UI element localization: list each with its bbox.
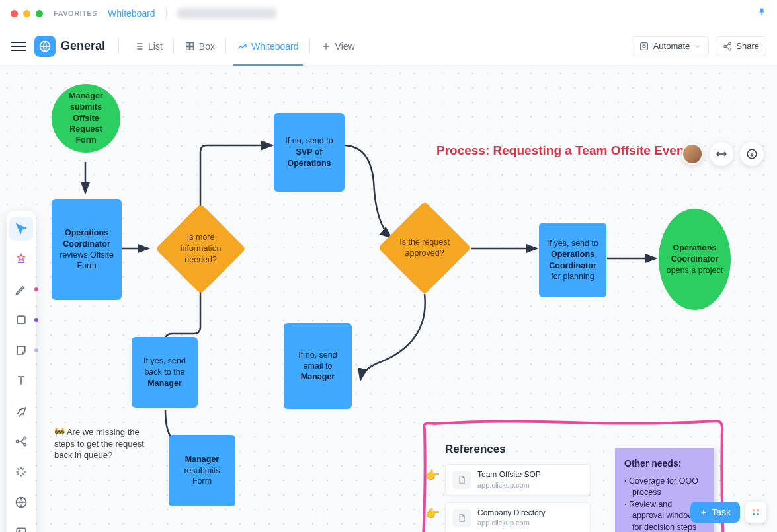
svg-point-21	[757, 513, 759, 515]
svg-point-19	[757, 509, 759, 511]
svg-point-5	[643, 45, 645, 48]
node-send-back[interactable]: If yes, send back to the Manager	[132, 337, 198, 408]
minimize-window-icon[interactable]	[23, 10, 30, 17]
svg-point-9	[729, 48, 731, 50]
tab-list[interactable]: List	[124, 26, 172, 66]
node-email-no[interactable]: If no, send email to Manager	[284, 323, 352, 409]
pen-tool[interactable]	[9, 278, 33, 301]
space-title[interactable]: General	[61, 39, 105, 53]
sticky-item: Coverage for OOO process	[632, 476, 705, 499]
tab-add-view[interactable]: View	[311, 26, 364, 66]
automate-label: Automate	[653, 41, 690, 51]
favorites-label: FAVORITES	[54, 9, 97, 17]
svg-rect-15	[17, 528, 25, 532]
references-heading: References	[445, 443, 591, 456]
whiteboard-canvas[interactable]: Process: Requesting a Team Offsite Event…	[0, 66, 777, 532]
reference-card[interactable]: Team Offsite SOPapp.clickup.com	[445, 464, 591, 496]
window-chrome: FAVORITES Whiteboard	[0, 0, 777, 26]
web-embed-tool[interactable]	[9, 490, 33, 514]
reference-card[interactable]: Company Directoryapp.clickup.com	[445, 502, 591, 532]
svg-rect-3	[186, 46, 190, 50]
node-opens-project[interactable]: Operations Coordinator opens a project	[659, 209, 731, 310]
main-toolbar: General List Box Whiteboard View Automat…	[0, 26, 777, 66]
node-to-ops[interactable]: If yes, send to Operations Coordinator f…	[539, 223, 606, 297]
svg-point-20	[753, 513, 755, 515]
favorite-whiteboard-link[interactable]: Whiteboard	[108, 8, 155, 19]
doc-icon	[452, 509, 471, 527]
node-start[interactable]: Manager submits Offsite Request Form	[52, 84, 120, 153]
references-panel: References 👉 Team Offsite SOPapp.clickup…	[445, 443, 591, 532]
svg-rect-1	[186, 42, 190, 46]
svg-rect-6	[640, 42, 647, 50]
svg-point-13	[24, 443, 26, 445]
tool-rail	[7, 211, 36, 532]
share-icon	[723, 42, 732, 51]
apps-button[interactable]	[745, 502, 766, 523]
process-title[interactable]: Process: Requesting a Team Offsite Event	[436, 143, 688, 158]
tab-label: Box	[199, 41, 215, 52]
svg-point-11	[17, 440, 19, 442]
node-resubmit[interactable]: Manager resubmits Form	[169, 435, 235, 506]
view-tabs: List Box Whiteboard View	[124, 26, 364, 66]
pointer-emoji-icon: 👉	[425, 468, 440, 482]
svg-point-7	[729, 42, 731, 44]
connector-tool[interactable]	[9, 399, 33, 423]
svg-point-16	[19, 530, 20, 532]
plus-icon	[700, 508, 708, 516]
pointer-emoji-icon: 👉	[425, 506, 440, 521]
tab-box[interactable]: Box	[175, 26, 224, 66]
redacted-title	[177, 8, 276, 19]
node-text: Manager submits Offsite Request Form	[58, 91, 114, 146]
svg-rect-10	[17, 316, 25, 324]
tab-label: List	[148, 41, 163, 52]
user-avatar[interactable]	[682, 143, 703, 165]
text-tool[interactable]	[9, 369, 33, 393]
share-label: Share	[736, 41, 759, 51]
maximize-window-icon[interactable]	[36, 10, 43, 17]
pin-icon[interactable]	[757, 7, 766, 19]
svg-point-18	[753, 509, 755, 511]
node-svp[interactable]: If no, send to SVP of Operations	[274, 113, 345, 192]
space-icon[interactable]	[34, 36, 56, 57]
automate-button[interactable]: Automate	[632, 36, 710, 56]
fit-width-button[interactable]	[710, 142, 733, 166]
sticky-note-tool[interactable]	[9, 338, 33, 362]
share-button[interactable]: Share	[716, 36, 766, 56]
close-window-icon[interactable]	[11, 10, 18, 17]
canvas-comment[interactable]: 🚧 Are we missing the steps to get the re…	[54, 426, 147, 461]
tab-whiteboard[interactable]: Whiteboard	[227, 26, 308, 66]
svg-point-12	[24, 437, 26, 439]
svg-point-8	[724, 45, 727, 48]
add-task-button[interactable]: Task	[690, 502, 740, 523]
sticky-heading: Other needs:	[624, 457, 705, 471]
chevron-down-icon	[694, 42, 702, 50]
cursor-tool[interactable]	[9, 217, 33, 241]
node-review[interactable]: Operations Coordinator reviews Offsite F…	[52, 199, 122, 300]
svg-rect-4	[190, 46, 194, 50]
image-tool[interactable]	[9, 521, 33, 532]
doc-icon	[452, 471, 471, 489]
tab-label: View	[335, 41, 355, 52]
tab-label: Whiteboard	[251, 41, 299, 52]
shape-tool[interactable]	[9, 308, 33, 332]
traffic-lights[interactable]	[11, 10, 43, 17]
svg-rect-2	[190, 42, 194, 46]
sparkle-tool[interactable]	[9, 460, 33, 484]
task-button-label: Task	[712, 507, 731, 517]
mindmap-tool[interactable]	[9, 430, 33, 453]
menu-icon[interactable]	[11, 42, 26, 51]
ai-shapes-tool[interactable]	[9, 247, 33, 271]
info-button[interactable]	[740, 142, 764, 166]
